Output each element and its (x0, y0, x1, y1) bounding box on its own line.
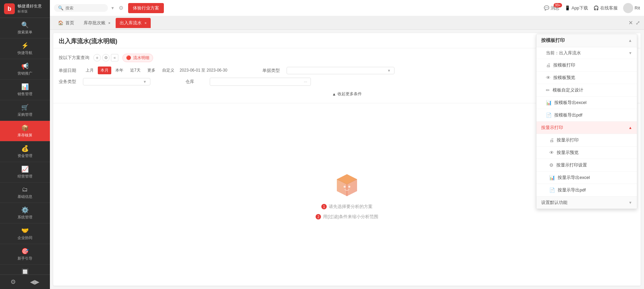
date-last-7-days-btn[interactable]: 近7天 (127, 67, 143, 74)
template-custom-menu-item[interactable]: ✏ 模板自定义设计 (536, 84, 637, 97)
chevron-down-icon: ▼ (143, 80, 147, 84)
home-icon: 🏠 (58, 20, 63, 25)
display-export-pdf-sub-item[interactable]: 📄 按显示导出pdf (536, 184, 637, 196)
filter-tag-water-detail[interactable]: 🔴 流水明细 (122, 54, 153, 62)
sidebar-item-quick-nav[interactable]: ⚡ 快捷导航 (0, 38, 50, 59)
sidebar-item-marketing[interactable]: 📢 营销推广 (0, 59, 50, 80)
sidebar-item-finance[interactable]: 💰 资金管理 (0, 141, 50, 162)
sidebar-item-guide[interactable]: 🎯 新手引导 (0, 244, 50, 265)
design-icon: ✏ (546, 87, 550, 93)
svg-point-5 (344, 186, 346, 188)
print-current-template-btn[interactable]: 当前：出入库流水 ▼ (536, 47, 637, 59)
sidebar-item-label: 营销推广 (18, 71, 32, 76)
tab-batch-account-label: 库存批次账 (84, 20, 106, 26)
print-dropdown-collapse-btn[interactable]: ▲ (628, 38, 632, 43)
filter-tag-label: 流水明细 (133, 55, 149, 61)
app-download-button[interactable]: 📱 App下载 (565, 5, 588, 11)
warehouse-select[interactable]: ··· (210, 78, 311, 86)
filter-settings-button[interactable]: ⚙ (102, 54, 110, 61)
svg-point-6 (348, 186, 350, 188)
date-range-display: 2023-06-01 至 2023-06-30 (180, 68, 227, 73)
finance-icon: 💰 (21, 145, 29, 152)
display-print-settings-label: 按显示打印设置 (556, 162, 587, 168)
pdf-icon: 📄 (546, 112, 552, 118)
filter-collapse-button[interactable]: « (111, 54, 118, 61)
empty-hint-1-text: 请先选择要分析的方案 (329, 204, 373, 210)
topbar-chevron-icon[interactable]: ▼ (111, 6, 115, 10)
topbar-right: 💬 消息 99+ 📱 App下载 🎧 在线客服 Rit (544, 3, 640, 13)
sidebar-item-search[interactable]: 🔍 搜索菜单 (0, 18, 50, 38)
sidebar-item-purchase[interactable]: 🛒 采购管理 (0, 100, 50, 121)
tabbar: 🏠 首页 库存批次账 × 出入库流水 × ✕ ⤢ (50, 16, 644, 30)
tab-batch-account[interactable]: 库存批次账 × (80, 18, 114, 28)
display-preview-label: 按显示预览 (557, 150, 579, 156)
date-prev-month-btn[interactable]: 上月 (83, 67, 96, 74)
sidebar-item-inventory[interactable]: 📦 库存核算 (0, 121, 50, 141)
template-preview-menu-item[interactable]: 👁 按模板预览 (536, 72, 637, 84)
logo-text-container: 畅捷通好生意 标准版 (18, 4, 42, 14)
industry-solution-button[interactable]: 体验行业方案 (128, 3, 164, 13)
sidebar-item-operations[interactable]: 📈 经营管理 (0, 162, 50, 183)
tab-right-controls: ✕ ⤢ (628, 20, 640, 26)
date-field-label: 单据日期 (59, 68, 79, 74)
empty-state-icon (332, 169, 362, 200)
sidebar-item-label: 库存核算 (18, 133, 32, 138)
sidebar-item-label: 搜索菜单 (18, 30, 32, 35)
tab-in-out-flow[interactable]: 出入库流水 × (116, 18, 150, 28)
sidebar-item-apps[interactable]: 🔲 应用中心 (0, 265, 50, 274)
chevron-down-icon: ▼ (628, 51, 632, 55)
topbar-search-box[interactable]: 🔍 (54, 4, 108, 12)
window-expand-btn[interactable]: ⤢ (636, 20, 640, 26)
print-dropdown-title: 按模板打印 (541, 37, 565, 44)
sidebar-item-label: 经营管理 (18, 174, 32, 179)
business-type-select[interactable]: ▼ (83, 78, 150, 85)
sidebar-item-sales[interactable]: 📊 销售管理 (0, 80, 50, 100)
message-button[interactable]: 💬 消息 99+ (544, 5, 559, 11)
display-export-excel-sub-item[interactable]: 📊 按显示导出excel (536, 172, 637, 184)
date-more-btn[interactable]: 更多 (145, 67, 158, 74)
tab-in-out-flow-close[interactable]: × (144, 21, 146, 25)
tab-home[interactable]: 🏠 首页 (54, 18, 78, 28)
tab-home-label: 首页 (65, 20, 74, 26)
display-preview-sub-item[interactable]: 👁 按显示预览 (536, 147, 637, 159)
online-service-button[interactable]: 🎧 在线客服 (593, 5, 618, 11)
chevron-down-icon: ▼ (387, 69, 391, 73)
template-export-pdf-menu-item[interactable]: 📄 按模板导出pdf (536, 109, 637, 122)
app-download-label: App下载 (572, 5, 588, 11)
window-close-btn[interactable]: ✕ (628, 20, 633, 26)
topbar-gear-icon[interactable]: ⚙ (119, 5, 123, 11)
sidebar-collapse-btn[interactable]: ◀▶ (30, 278, 39, 286)
search-input[interactable] (65, 6, 99, 10)
search-icon: 🔍 (21, 21, 29, 29)
print-dropdown-header: 按模板打印 ▲ (536, 34, 637, 47)
date-this-year-btn[interactable]: 本年 (113, 67, 126, 74)
sidebar-item-system[interactable]: ⚙️ 系统管理 (0, 203, 50, 224)
sidebar-settings-btn[interactable]: ⚙ (10, 278, 16, 286)
quick-nav-icon: ⚡ (21, 42, 29, 49)
sidebar-item-basic[interactable]: 🗂 基础信息 (0, 183, 50, 203)
display-print-sub-item[interactable]: 🖨 按显示打印 (536, 134, 637, 147)
filter-add-button[interactable]: + (93, 54, 101, 61)
set-default-function-button[interactable]: 设置默认功能 ▼ (536, 196, 637, 209)
display-print-label: 按显示打印 (557, 137, 579, 143)
basic-icon: 🗂 (22, 186, 28, 193)
template-print-menu-item[interactable]: 🖨 按模板打印 (536, 59, 637, 72)
sidebar-item-cooperation[interactable]: 🤝 企业协同 (0, 224, 50, 244)
template-export-pdf-label: 按模板导出pdf (554, 112, 582, 118)
user-name: Rit (635, 5, 640, 10)
user-profile-button[interactable]: Rit (623, 3, 640, 13)
business-type-label: 业务类型 (59, 79, 79, 85)
display-preview-icon: 👁 (549, 150, 554, 155)
content-area: 出入库流水(流水明细) 🖨 按模板打印 ▲ ... ⬆ 导出 ↻ 刷新 (50, 30, 644, 289)
display-print-section-header[interactable]: 按显示打印 ▲ (536, 122, 637, 134)
date-tag: 上月 本月 本年 近7天 更多 自定义 2023-06-01 至 2023-06… (83, 67, 227, 74)
voucher-type-select[interactable]: ▼ (287, 67, 394, 74)
date-custom-btn[interactable]: 自定义 (159, 67, 177, 74)
tab-batch-account-close[interactable]: × (108, 21, 110, 25)
display-print-settings-sub-item[interactable]: ⚙ 按显示打印设置 (536, 159, 637, 172)
display-excel-icon: 📊 (549, 175, 555, 180)
template-export-excel-menu-item[interactable]: 📊 按模板导出excel (536, 97, 637, 109)
app-name: 畅捷通好生意 (18, 4, 42, 9)
date-current-month-btn[interactable]: 本月 (98, 67, 111, 74)
footer-chevron-down-icon: ▼ (628, 201, 632, 205)
